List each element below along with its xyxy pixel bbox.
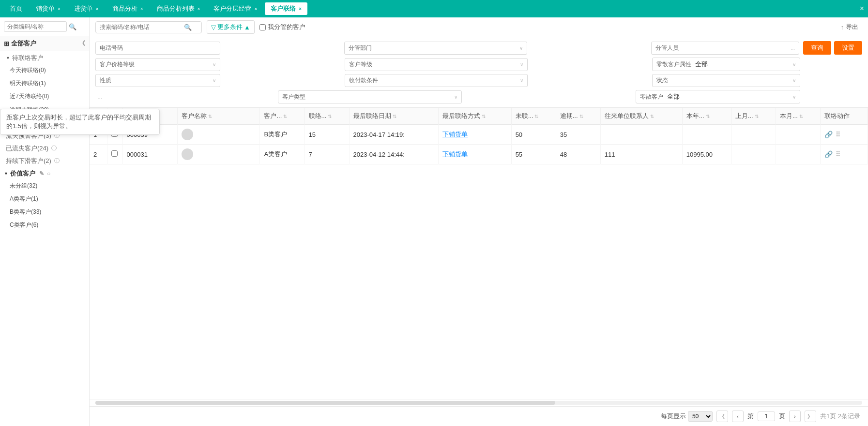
all-customers-header[interactable]: ⊞ 全部客户 《 xyxy=(0,36,89,51)
close-analysis-tab[interactable]: × xyxy=(140,6,143,12)
row-checkbox-1[interactable] xyxy=(111,150,118,157)
contact-method-link[interactable]: 下销货单 xyxy=(442,131,468,138)
sort-contact-icon[interactable]: ⇅ xyxy=(328,114,332,119)
col-this-year[interactable]: 本年...⇅ xyxy=(682,108,731,125)
phone-filter[interactable]: 电话号码 xyxy=(95,42,220,55)
tab-home[interactable]: 首页 xyxy=(4,2,28,15)
contact-method-link[interactable]: 下销货单 xyxy=(442,150,468,158)
more-dots-btn[interactable]: ... xyxy=(95,93,105,101)
value-group-header[interactable]: ▼ 价值客户 ✎ ○ xyxy=(0,167,89,179)
customer-type-filter[interactable]: 客户类型 ∨ xyxy=(278,90,462,103)
sort-unit-icon[interactable]: ⇅ xyxy=(650,114,654,119)
col-last-contact-date[interactable]: 最后联络日期⇅ xyxy=(349,108,439,125)
value-triangle-icon: ▼ xyxy=(4,171,8,176)
next-page-button[interactable]: › xyxy=(789,411,801,422)
col-unit-contact[interactable]: 往来单位联系人⇅ xyxy=(600,108,682,125)
table-header-row: ⚙ 客户编码⇅ 客户名称⇅ 客户...⇅ xyxy=(90,108,868,125)
col-overdue[interactable]: 逾期...⇅ xyxy=(556,108,600,125)
last-page-button[interactable]: 》 xyxy=(805,411,816,422)
value-group-edit-icon[interactable]: ✎ xyxy=(39,170,44,177)
more-conditions-button[interactable]: ▽ 更多条件 ▲ xyxy=(207,20,255,34)
sidebar-search-icon[interactable]: 🔍 xyxy=(69,23,76,30)
payment-label: 收付款条件 xyxy=(349,76,378,85)
retail-attr-filter[interactable]: 零散客户属性 全部 ∨ xyxy=(652,58,800,71)
dept-filter[interactable]: 分管部门 ∨ xyxy=(344,42,527,55)
sidebar-item-7days-pending[interactable]: 近7天待联络(0) xyxy=(0,90,89,103)
col-last-month[interactable]: 上月...⇅ xyxy=(731,108,776,125)
tab-analysis-list[interactable]: 商品分析列表 × xyxy=(151,2,206,15)
sort-name-icon[interactable]: ⇅ xyxy=(208,114,212,119)
window-close-button[interactable]: × xyxy=(860,4,864,13)
my-customers-checkbox[interactable] xyxy=(259,24,266,30)
horizontal-scrollbar[interactable] xyxy=(90,399,868,406)
sidebar-item-ungroup[interactable]: 未分组(32) xyxy=(0,179,89,192)
sidebar-search-input[interactable] xyxy=(4,21,67,32)
sidebar-item-tomorrow-pending[interactable]: 明天待联络(1) xyxy=(0,77,89,90)
first-page-button[interactable]: 《 xyxy=(716,411,728,422)
tab-customer-contact[interactable]: 客户联络 × xyxy=(265,2,307,15)
link-action-icon[interactable]: 🔗 xyxy=(824,131,833,138)
col-name[interactable]: 客户名称⇅ xyxy=(178,108,260,125)
settings-button[interactable]: 设置 xyxy=(834,41,862,55)
close-customer-contact-tab[interactable]: × xyxy=(299,6,302,12)
row-overdue: 48 xyxy=(556,145,600,164)
tab-sales[interactable]: 销货单 × xyxy=(30,2,66,15)
sidebar-item-b-class[interactable]: B类客户(33) xyxy=(0,206,89,219)
close-analysis-list-tab[interactable]: × xyxy=(198,6,200,12)
more-action-icon[interactable]: ⠿ xyxy=(836,150,840,158)
my-customers-checkbox-area[interactable]: 我分管的客户 xyxy=(259,23,305,31)
scrollbar-track[interactable] xyxy=(95,401,862,405)
declining-item[interactable]: 持续下滑客户(2) ⓘ xyxy=(0,154,89,167)
status-filter[interactable]: 状态 ∨ xyxy=(652,74,800,87)
pending-group-header[interactable]: ▼ 待联络客户 xyxy=(0,51,89,64)
sort-last-month-icon[interactable]: ⇅ xyxy=(755,114,759,119)
sidebar-item-c-class[interactable]: C类客户(6) xyxy=(0,219,89,232)
value-group-check-icon[interactable]: ○ xyxy=(47,170,50,177)
scrollbar-thumb[interactable] xyxy=(95,401,555,405)
search-input[interactable] xyxy=(100,24,182,30)
customer-grade-filter[interactable]: 客户等级 ∨ xyxy=(345,58,528,71)
query-button[interactable]: 查询 xyxy=(803,41,831,55)
col-this-month[interactable]: 本月...⇅ xyxy=(776,108,820,125)
page-number-input[interactable] xyxy=(758,411,775,421)
person-dots: ... xyxy=(791,45,795,51)
sidebar-item-a-class[interactable]: A类客户(1) xyxy=(0,192,89,206)
tab-purchase[interactable]: 进货单 × xyxy=(68,2,105,15)
col-category[interactable]: 客户...⇅ xyxy=(260,108,305,125)
row-contact: 7 xyxy=(305,145,349,164)
dept-label: 分管部门 xyxy=(349,44,372,52)
sidebar-item-today-pending[interactable]: 今天待联络(0) xyxy=(0,64,89,77)
churned-item[interactable]: 已流失客户(24) ⓘ xyxy=(0,142,89,154)
price-grade-filter[interactable]: 客户价格等级 ∨ xyxy=(95,58,220,71)
sort-pending-icon[interactable]: ⇅ xyxy=(534,114,538,119)
payment-filter[interactable]: 收付款条件 ∨ xyxy=(345,74,528,87)
col-contact[interactable]: 联络...⇅ xyxy=(305,108,349,125)
export-button[interactable]: ↑ 导出 xyxy=(837,21,863,33)
page-size-select[interactable]: 50 100 200 xyxy=(688,411,713,422)
more-action-icon[interactable]: ⠿ xyxy=(836,131,840,138)
sort-overdue-icon[interactable]: ⇅ xyxy=(579,114,583,119)
total-records-label: 共1页 2条记录 xyxy=(820,412,860,421)
filter-actions: 查询 设置 xyxy=(803,41,862,55)
gender-filter[interactable]: 性质 ∨ xyxy=(95,74,220,87)
tab-customer-tier[interactable]: 客户分层经营 × xyxy=(208,2,263,15)
retail-customer-filter[interactable]: 零散客户 全部 ∨ xyxy=(636,90,800,103)
customer-type-label: 客户类型 xyxy=(282,93,305,101)
sidebar-collapse-button[interactable]: 《 xyxy=(79,39,85,48)
link-action-icon[interactable]: 🔗 xyxy=(824,150,833,158)
sort-method-icon[interactable]: ⇅ xyxy=(482,114,486,119)
person-filter[interactable]: 分管人员 ... xyxy=(651,42,799,55)
sort-category-icon[interactable]: ⇅ xyxy=(283,114,287,119)
close-customer-tier-tab[interactable]: × xyxy=(254,6,257,12)
col-last-contact-method[interactable]: 最后联络方式⇅ xyxy=(439,108,512,125)
col-pending[interactable]: 未联...⇅ xyxy=(511,108,556,125)
sort-this-month-icon[interactable]: ⇅ xyxy=(799,114,803,119)
close-purchase-tab[interactable]: × xyxy=(96,6,99,12)
sort-date-icon[interactable]: ⇅ xyxy=(393,114,396,119)
avatar xyxy=(182,129,193,140)
tab-analysis[interactable]: 商品分析 × xyxy=(107,2,149,15)
search-bar[interactable]: 🔍 xyxy=(95,21,202,33)
close-sales-tab[interactable]: × xyxy=(58,6,61,12)
sort-year-icon[interactable]: ⇅ xyxy=(706,114,710,119)
prev-page-button[interactable]: ‹ xyxy=(732,411,744,422)
